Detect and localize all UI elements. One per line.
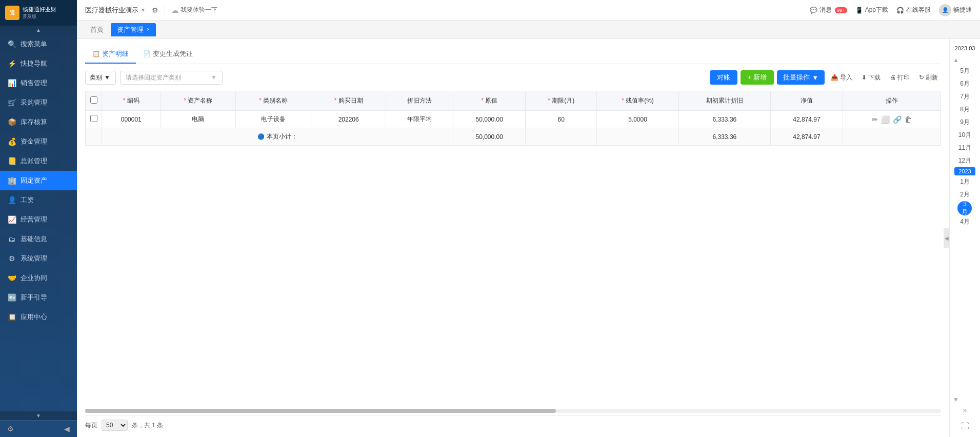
- td-checkbox: [86, 111, 102, 128]
- subtotal-label-text: 本页小计：: [267, 132, 297, 141]
- customer-service-label: 在线客服: [906, 6, 931, 14]
- batch-operations-button[interactable]: 批量操作 ▼: [777, 70, 825, 85]
- share-icon[interactable]: 🔗: [893, 115, 902, 124]
- sidebar-scroll-up[interactable]: ▲: [0, 26, 77, 34]
- sidebar-item-label: 企业协同: [21, 273, 47, 283]
- copy-icon[interactable]: ⬜: [881, 115, 890, 124]
- refresh-icon: ↻: [919, 74, 924, 81]
- row-checkbox[interactable]: [90, 115, 97, 122]
- sidebar-item-quick-nav[interactable]: ⚡ 快捷导航: [0, 54, 77, 73]
- category-filter[interactable]: 类别 ▼: [85, 71, 116, 85]
- delete-icon[interactable]: 🗑: [905, 115, 912, 124]
- rp-bottom-icons: × ⛶: [959, 404, 971, 433]
- experience-button[interactable]: ☁ 我要体验一下: [171, 6, 217, 14]
- sidebar-item-finance[interactable]: 💰 资金管理: [0, 132, 77, 151]
- settings-icon[interactable]: ⚙: [7, 425, 14, 433]
- toolbar-left: 类别 ▼ 请选择固定资产类别 ▼: [85, 71, 706, 85]
- rp-month-12[interactable]: 12月: [954, 154, 975, 167]
- sidebar-item-enterprise[interactable]: 🤝 企业协同: [0, 268, 77, 288]
- print-button[interactable]: 🖨 打印: [887, 71, 913, 84]
- sidebar-item-purchase[interactable]: 🛒 采购管理: [0, 93, 77, 112]
- sidebar-item-label: 采购管理: [21, 98, 47, 107]
- rp-expand-icon[interactable]: ⛶: [959, 420, 971, 433]
- app-center-icon: 🔲: [7, 312, 16, 322]
- sales-icon: 📊: [7, 78, 16, 88]
- tab-asset-management[interactable]: 资产管理 ×: [111, 23, 156, 36]
- rp-month-8[interactable]: 8月: [954, 103, 975, 116]
- th-name: 资产名称: [161, 91, 236, 111]
- import-label: 导入: [840, 73, 852, 82]
- th-initial-depreciation: 期初累计折旧: [679, 91, 771, 111]
- rp-month-11[interactable]: 11月: [954, 142, 975, 154]
- sidebar-item-inventory[interactable]: 📦 库存核算: [0, 112, 77, 132]
- edit-icon[interactable]: ✏: [872, 115, 878, 124]
- sidebar-item-system[interactable]: ⚙ 系统管理: [0, 249, 77, 268]
- tab-active-label: 资产管理: [117, 25, 144, 34]
- search-icon: 🔍: [7, 39, 16, 49]
- company-selector[interactable]: 医疗器械行业演示 ▼: [85, 6, 146, 15]
- print-label: 打印: [897, 73, 910, 82]
- purchase-icon: 🛒: [7, 98, 16, 107]
- content-area: 📋 资产明细 📄 变更生成凭证 类别 ▼ 请选择固定资产类别: [77, 39, 980, 437]
- subtotal-icon: 🔵: [257, 133, 265, 140]
- refresh-button[interactable]: ↻ 刷新: [916, 71, 941, 84]
- td-residual-rate: 5.0000: [596, 111, 678, 128]
- rp-month-1[interactable]: 1月: [954, 175, 975, 188]
- collapse-icon[interactable]: ◀: [64, 425, 70, 433]
- batch-label: 批量操作: [783, 73, 810, 82]
- download-button[interactable]: ⬇ 下载: [858, 71, 884, 84]
- batch-arrow-icon: ▼: [812, 74, 818, 82]
- rp-month-2[interactable]: 2月: [954, 188, 975, 201]
- horizontal-scrollbar[interactable]: [85, 409, 941, 413]
- sidebar-scroll-down[interactable]: ▼: [0, 411, 77, 420]
- app-download-button[interactable]: 📱 App下载: [855, 6, 888, 14]
- sidebar-item-fixed-assets[interactable]: 🏢 固定资产: [0, 171, 77, 190]
- right-panel-toggle[interactable]: ◀: [944, 228, 950, 248]
- tab-close-icon[interactable]: ×: [147, 27, 150, 32]
- td-subtotal-residual: [596, 128, 678, 146]
- add-button[interactable]: + 新增: [741, 70, 774, 85]
- th-depreciation-method: 折旧方法: [386, 91, 453, 111]
- tabbar: 首页 资产管理 ×: [77, 21, 980, 39]
- user-profile[interactable]: 👤 畅捷通: [939, 4, 972, 16]
- system-icon: ⚙: [7, 254, 16, 263]
- messages-button[interactable]: 💬 消息 99+: [810, 6, 847, 14]
- sub-tab-asset-detail[interactable]: 📋 资产明细: [85, 45, 136, 64]
- messages-label: 消息: [819, 6, 832, 14]
- experience-label: 我要体验一下: [181, 6, 217, 14]
- sidebar-item-operations[interactable]: 📈 经营管理: [0, 210, 77, 229]
- rp-close-icon[interactable]: ×: [961, 404, 969, 418]
- sidebar-item-basic-info[interactable]: 🗂 基础信息: [0, 229, 77, 249]
- customer-service-button[interactable]: 🎧 在线客服: [896, 6, 931, 14]
- td-actions: ✏ ⬜ 🔗 🗑: [843, 111, 941, 128]
- select-all-checkbox[interactable]: [90, 96, 97, 104]
- rp-month-4[interactable]: 4月: [954, 215, 975, 228]
- sub-tabs: 📋 资产明细 📄 变更生成凭证: [85, 45, 941, 64]
- reconcile-button[interactable]: 对账: [710, 70, 737, 85]
- asset-category-input[interactable]: 请选择固定资产类别 ▼: [120, 71, 223, 85]
- rp-month-5[interactable]: 5月: [954, 65, 975, 77]
- rp-month-10[interactable]: 10月: [954, 129, 975, 142]
- rp-scroll-up-icon[interactable]: ▲: [952, 55, 960, 65]
- tab-home[interactable]: 首页: [85, 23, 109, 36]
- rp-month-6[interactable]: 6月: [954, 77, 975, 90]
- rp-month-9[interactable]: 9月: [954, 116, 975, 129]
- guide-icon: 🆕: [7, 293, 16, 302]
- sidebar-item-payroll[interactable]: 👤 工资: [0, 190, 77, 210]
- sidebar-item-sales[interactable]: 📊 销售管理: [0, 73, 77, 93]
- rp-scroll-down-icon[interactable]: ▼: [952, 395, 960, 404]
- sidebar-item-label: 总账管理: [21, 156, 47, 166]
- rp-month-7[interactable]: 7月: [954, 90, 975, 103]
- th-net-value: 净值: [770, 91, 843, 111]
- rp-month-3[interactable]: 3月: [957, 201, 972, 215]
- sidebar-item-app-center[interactable]: 🔲 应用中心: [0, 307, 77, 327]
- sub-tab-voucher-gen[interactable]: 📄 变更生成凭证: [136, 45, 200, 64]
- sidebar-item-ledger[interactable]: 📒 总账管理: [0, 151, 77, 171]
- sidebar-item-search[interactable]: 🔍 搜索菜单: [0, 34, 77, 54]
- page-size-select[interactable]: 50 100: [102, 420, 128, 431]
- scrollbar-thumb: [85, 409, 556, 413]
- sidebar-item-guide[interactable]: 🆕 新手引导: [0, 288, 77, 307]
- td-depreciation-method: 年限平均: [386, 111, 453, 128]
- import-button[interactable]: 📥 导入: [828, 71, 855, 84]
- topbar-settings-icon[interactable]: ⚙: [152, 6, 158, 14]
